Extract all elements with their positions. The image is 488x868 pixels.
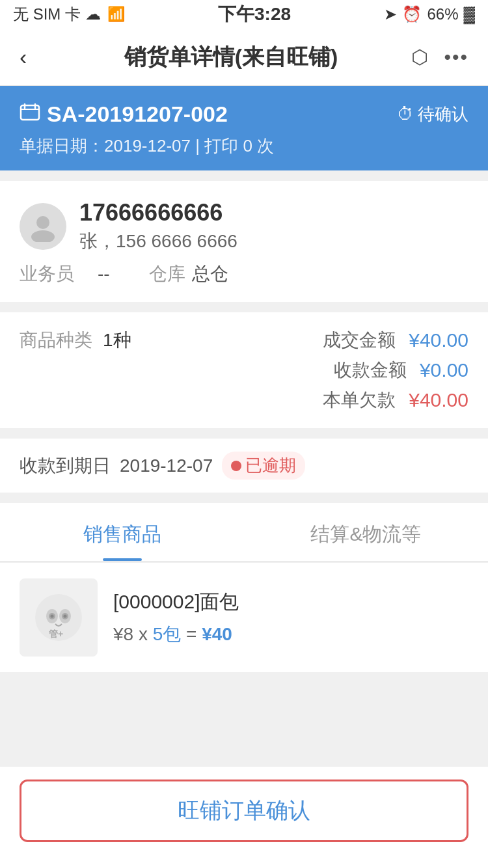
customer-card: 17666666666 张，156 6666 6666 业务员 -- 仓库 总仓 xyxy=(0,181,488,302)
sales-label: 业务员 xyxy=(20,262,98,286)
status-time: 下午3:28 xyxy=(218,2,291,27)
product-thumbnail: 管+ xyxy=(20,578,98,657)
category-label: 商品种类 xyxy=(20,328,92,353)
battery-label: 66% xyxy=(427,5,458,23)
order-icon xyxy=(20,102,40,127)
back-button[interactable]: ‹ xyxy=(20,44,59,70)
order-header-card: SA-20191207-002 ⏱ 待确认 单据日期：2019-12-07 | … xyxy=(0,86,488,170)
sales-value: -- xyxy=(98,264,110,284)
category-value: 1种 xyxy=(103,328,131,353)
product-item: 管+ [0000002]面包 ¥8 x 5包 = ¥40 xyxy=(0,563,488,673)
amount-summary: 成交金额 ¥40.00 收款金额 ¥0.00 本单欠款 ¥40.00 xyxy=(323,328,468,413)
order-id: SA-20191207-002 xyxy=(20,102,228,127)
more-icon[interactable]: ••• xyxy=(444,46,468,68)
page-title: 销货单详情(来自旺铺) xyxy=(59,42,403,72)
share-icon[interactable]: ⬡ xyxy=(411,46,428,68)
owed-amount-value: ¥40.00 xyxy=(409,389,468,411)
warehouse-label: 仓库 xyxy=(149,262,185,286)
nav-right-buttons: ⬡ ••• xyxy=(403,46,468,68)
price-unit: ¥8 xyxy=(113,624,133,644)
svg-rect-0 xyxy=(21,105,39,120)
sim-label: 无 SIM 卡 ☁ xyxy=(13,4,101,25)
customer-contact: 张，156 6666 6666 xyxy=(79,229,237,254)
total-price: ¥40 xyxy=(202,624,232,644)
due-date-value: 2019-12-07 xyxy=(120,455,213,476)
wifi-icon: 📶 xyxy=(107,6,125,23)
product-list: 管+ [0000002]面包 ¥8 x 5包 = ¥40 xyxy=(0,563,488,673)
deal-amount-row: 成交金额 ¥40.00 xyxy=(323,328,468,353)
received-amount-label: 收款金额 xyxy=(334,358,407,383)
received-amount-row: 收款金额 ¥0.00 xyxy=(334,358,468,383)
due-date-label: 收款到期日 xyxy=(20,454,111,478)
tab-sales-products[interactable]: 销售商品 xyxy=(0,503,244,561)
alarm-icon: ⏰ xyxy=(402,5,422,23)
svg-point-8 xyxy=(51,615,54,618)
overdue-badge: 已逾期 xyxy=(222,452,305,480)
bottom-action-bar: 旺铺订单确认 xyxy=(0,766,488,868)
quantity: 5包 xyxy=(153,624,182,644)
product-details: [0000002]面包 ¥8 x 5包 = ¥40 xyxy=(113,589,468,647)
order-meta: 单据日期：2019-12-07 | 打印 0 次 xyxy=(20,135,468,157)
clock-icon: ⏱ xyxy=(397,104,414,124)
owed-amount-label: 本单欠款 xyxy=(323,388,396,413)
svg-point-1 xyxy=(36,216,49,229)
order-status-badge: ⏱ 待确认 xyxy=(397,103,468,126)
summary-card: 商品种类 1种 成交金额 ¥40.00 收款金额 ¥0.00 本单欠款 ¥40.… xyxy=(0,312,488,428)
svg-text:管+: 管+ xyxy=(49,629,63,639)
customer-phone: 17666666666 xyxy=(79,199,237,226)
svg-point-2 xyxy=(31,230,55,242)
product-price-formula: ¥8 x 5包 = ¥40 xyxy=(113,622,468,647)
deal-amount-label: 成交金额 xyxy=(323,328,396,353)
location-icon: ➤ xyxy=(384,5,397,23)
category-summary: 商品种类 1种 xyxy=(20,328,131,353)
overdue-dot-icon xyxy=(231,461,241,471)
deal-amount-value: ¥40.00 xyxy=(409,329,468,351)
nav-bar: ‹ 销货单详情(来自旺铺) ⬡ ••• xyxy=(0,29,488,86)
status-right: ➤ ⏰ 66% ▓ xyxy=(384,5,475,23)
battery-icon: ▓ xyxy=(463,5,475,23)
owed-amount-row: 本单欠款 ¥40.00 xyxy=(323,388,468,413)
customer-meta-row: 业务员 -- 仓库 总仓 xyxy=(20,262,468,286)
confirm-order-button[interactable]: 旺铺订单确认 xyxy=(20,780,468,842)
svg-point-9 xyxy=(64,615,67,618)
status-left: 无 SIM 卡 ☁ 📶 xyxy=(13,4,125,25)
tab-settlement-logistics[interactable]: 结算&物流等 xyxy=(244,503,488,561)
warehouse-value: 总仓 xyxy=(192,262,228,286)
received-amount-value: ¥0.00 xyxy=(420,359,468,381)
status-bar: 无 SIM 卡 ☁ 📶 下午3:28 ➤ ⏰ 66% ▓ xyxy=(0,0,488,29)
tab-bar: 销售商品 结算&物流等 xyxy=(0,503,488,562)
product-name: [0000002]面包 xyxy=(113,589,468,616)
customer-avatar xyxy=(20,203,66,250)
due-date-card: 收款到期日 2019-12-07 已逾期 xyxy=(0,439,488,493)
